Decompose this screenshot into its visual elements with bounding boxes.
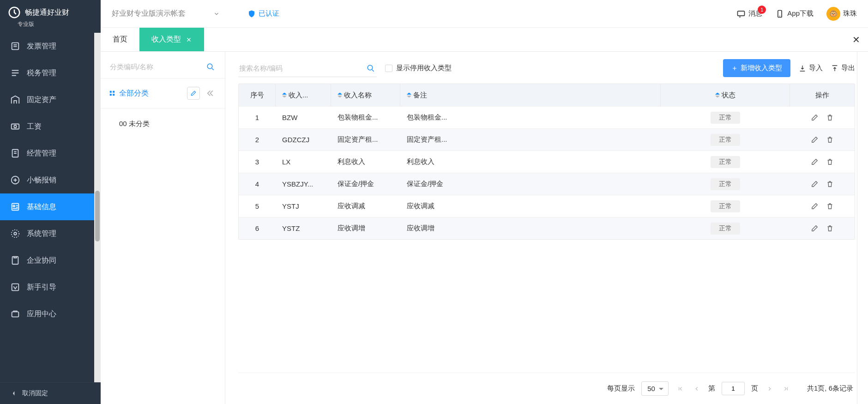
sort-icon: [407, 92, 411, 98]
next-page-button[interactable]: [765, 384, 775, 394]
nav-item-guide[interactable]: 新手引导: [0, 274, 94, 301]
nav-item-expense[interactable]: 小畅报销: [0, 167, 94, 193]
close-all-tabs-button[interactable]: ✕: [850, 33, 862, 46]
nav-item-invoice[interactable]: 发票管理: [0, 33, 94, 60]
collapse-icon[interactable]: [206, 88, 217, 98]
export-icon: [831, 65, 838, 72]
svg-point-15: [207, 64, 212, 69]
unpin-icon: [10, 390, 18, 397]
brand-name: 畅捷通好业财: [25, 8, 69, 18]
show-disabled-checkbox[interactable]: 显示停用收入类型: [385, 64, 452, 72]
nav-item-system[interactable]: 系统管理: [0, 220, 94, 247]
delete-icon[interactable]: [826, 136, 834, 144]
edit-icon[interactable]: [811, 136, 819, 144]
user-menu[interactable]: 🐵 珠珠: [826, 7, 857, 21]
plus-icon: [731, 65, 738, 72]
account-selector[interactable]: 好业财专业版演示帐套: [112, 9, 220, 18]
status-badge: 正常: [711, 200, 740, 212]
category-item[interactable]: 00 未分类: [101, 115, 225, 133]
delete-icon[interactable]: [826, 202, 834, 210]
main-search: [238, 60, 377, 77]
delete-icon[interactable]: [826, 158, 834, 166]
category-edit-button[interactable]: [187, 87, 200, 100]
status-badge: 正常: [711, 134, 740, 146]
unpin-button[interactable]: 取消固定: [0, 382, 101, 404]
edit-icon[interactable]: [811, 158, 819, 166]
th-status[interactable]: 状态: [661, 84, 790, 106]
table-row[interactable]: 2 GDZCZJ 固定资产租... 固定资产租... 正常: [239, 128, 855, 151]
message-badge: 1: [758, 6, 766, 14]
close-icon[interactable]: [186, 36, 192, 43]
search-input[interactable]: [238, 60, 377, 77]
th-note[interactable]: 备注: [400, 84, 661, 106]
edit-icon[interactable]: [811, 114, 819, 121]
table-row[interactable]: 4 YSBZJY... 保证金/押金 保证金/押金 正常: [239, 173, 855, 195]
nav-item-business[interactable]: 经营管理: [0, 140, 94, 167]
nav-scrollbar[interactable]: [94, 33, 101, 382]
svg-point-20: [368, 65, 373, 70]
nav-item-salary[interactable]: 工资: [0, 113, 94, 140]
brand-logo-icon: [7, 6, 21, 19]
first-page-button[interactable]: [675, 384, 685, 394]
table-row[interactable]: 6 YSTZ 应收调增 应收调增 正常: [239, 217, 855, 239]
import-button[interactable]: 导入: [799, 64, 823, 72]
svg-rect-16: [110, 91, 112, 93]
svg-rect-12: [12, 312, 19, 317]
status-badge: 正常: [711, 178, 740, 190]
delete-icon[interactable]: [826, 224, 834, 232]
avatar-icon: 🐵: [826, 7, 840, 21]
nav-item-collab[interactable]: 企业协同: [0, 247, 94, 274]
import-icon: [799, 65, 806, 72]
th-code[interactable]: 收入...: [276, 84, 331, 106]
th-name[interactable]: 收入名称: [331, 84, 400, 106]
nav-item-basedata[interactable]: 基础信息: [0, 193, 94, 220]
page-input[interactable]: [722, 382, 745, 395]
search-icon[interactable]: [206, 63, 215, 71]
svg-rect-2: [12, 124, 19, 129]
edit-icon[interactable]: [811, 202, 819, 210]
svg-rect-18: [110, 94, 112, 96]
table-row[interactable]: 3 LX 利息收入 利息收入 正常: [239, 151, 855, 173]
prev-page-button[interactable]: [692, 384, 702, 394]
table-header: 序号 收入... 收入名称 备注 状态 操作: [239, 84, 855, 106]
right-collapse-strip[interactable]: [857, 52, 868, 404]
edit-icon[interactable]: [811, 224, 819, 232]
table-row[interactable]: 1 BZW 包装物租金... 包装物租金... 正常: [239, 106, 855, 128]
pagination: 每页显示 50 第 页 共1页, 6条记录: [238, 373, 855, 404]
svg-rect-17: [113, 91, 115, 93]
tabs-bar: 首页 收入类型 ✕: [101, 28, 868, 52]
checkbox-box: [385, 65, 392, 72]
add-button[interactable]: 新增收入类型: [723, 59, 790, 77]
svg-rect-19: [113, 94, 115, 96]
svg-point-8: [14, 232, 17, 235]
svg-rect-13: [738, 11, 745, 16]
last-page-button[interactable]: [781, 384, 791, 394]
nav-item-tax[interactable]: 税务管理: [0, 60, 94, 86]
th-seq[interactable]: 序号: [239, 84, 276, 106]
export-button[interactable]: 导出: [831, 64, 855, 72]
sidebar: 畅捷通好业财 专业版 发票管理 税务管理 固定资产 工资 经营管理 小畅报销 基…: [0, 0, 101, 404]
table-row[interactable]: 5 YSTJ 应收调减 应收调减 正常: [239, 195, 855, 217]
tab-income-type[interactable]: 收入类型: [139, 28, 204, 51]
messages-button[interactable]: 消息 1: [736, 9, 762, 18]
app-download-button[interactable]: App下载: [775, 9, 814, 18]
delete-icon[interactable]: [826, 180, 834, 188]
category-panel: 全部分类 00 未分类: [101, 52, 225, 404]
logo-area: 畅捷通好业财: [0, 0, 101, 23]
nav-item-apps[interactable]: 应用中心: [0, 301, 94, 327]
edit-icon[interactable]: [811, 180, 819, 188]
tab-home[interactable]: 首页: [101, 28, 139, 51]
search-icon[interactable]: [367, 64, 375, 72]
category-all[interactable]: 全部分类: [109, 89, 182, 98]
per-page-select[interactable]: 50: [641, 381, 669, 396]
edit-icon: [190, 90, 197, 96]
status-badge: 正常: [711, 156, 740, 168]
delete-icon[interactable]: [826, 114, 834, 121]
nav-item-assets[interactable]: 固定资产: [0, 86, 94, 113]
sort-icon: [338, 92, 342, 98]
category-search-input[interactable]: [109, 58, 217, 75]
svg-point-3: [14, 125, 17, 128]
svg-point-7: [13, 205, 15, 207]
shield-icon: [247, 10, 256, 18]
mobile-icon: [775, 9, 784, 18]
